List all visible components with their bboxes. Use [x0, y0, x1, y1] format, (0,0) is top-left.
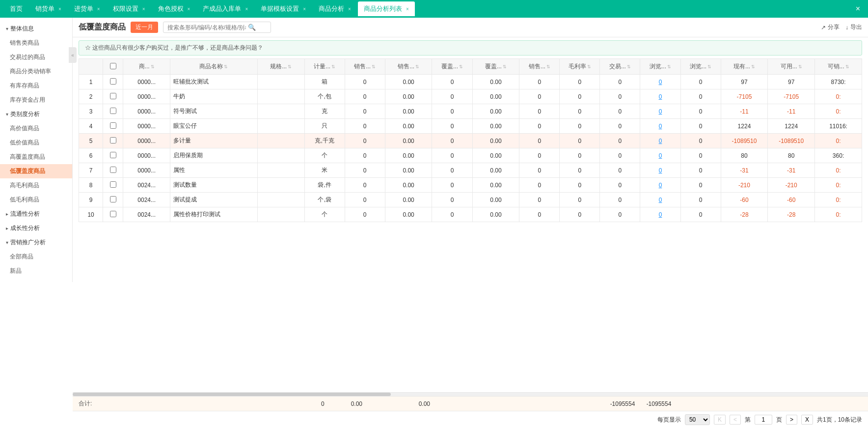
col-header-browse1[interactable]: 浏览...⇅ — [640, 59, 680, 75]
close-icon[interactable]: × — [58, 6, 61, 12]
close-icon[interactable]: × — [142, 6, 145, 12]
sidebar-item-stock-capital[interactable]: 库存资金占用 — [0, 93, 72, 107]
nav-item-sales[interactable]: 销货单 × — [29, 1, 67, 16]
row-browse1[interactable]: 0 — [640, 163, 680, 178]
col-header-coverage2[interactable]: 覆盖...⇅ — [472, 59, 519, 75]
sidebar-group-category[interactable]: ▾ 类别度分析 — [0, 107, 72, 121]
sidebar-item-traded-goods[interactable]: 交易过的商品 — [0, 50, 72, 64]
per-page-select[interactable]: 50 20 100 200 — [685, 414, 710, 425]
row-checkbox[interactable] — [103, 104, 123, 119]
row-code: 0000... — [123, 119, 170, 134]
prev-page-button[interactable]: < — [730, 415, 741, 425]
col-header-spec[interactable]: 规格...⇅ — [257, 59, 304, 75]
nav-item-warehouse[interactable]: 产成品入库单 × — [197, 1, 254, 16]
row-browse1[interactable]: 0 — [640, 89, 680, 104]
row-current-stock: -31 — [721, 163, 768, 178]
row-checkbox[interactable] — [103, 193, 123, 207]
col-header-sales-amount[interactable]: 销售...⇅ — [385, 59, 432, 75]
sidebar-group-growth[interactable]: ▸ 成长性分析 — [0, 221, 72, 235]
nav-item-home[interactable]: 首页 — [4, 1, 28, 16]
sidebar-collapse-button[interactable]: « — [69, 47, 77, 63]
time-filter-button[interactable]: 近一月 — [131, 22, 158, 33]
row-checkbox[interactable] — [103, 148, 123, 163]
sidebar-item-new-goods[interactable]: 新品 — [0, 264, 72, 278]
close-icon[interactable]: × — [188, 6, 190, 12]
col-header-sales-count[interactable]: 销售...⇅ — [345, 59, 385, 75]
close-icon[interactable]: × — [245, 6, 248, 12]
row-checkbox[interactable] — [103, 119, 123, 134]
table-wrapper[interactable]: 商...⇅ 商品名称⇅ 规格...⇅ 计量...⇅ 销售...⇅ 销售...⇅ … — [73, 58, 868, 392]
row-checkbox[interactable] — [103, 134, 123, 148]
search-input[interactable] — [167, 24, 246, 31]
sidebar-item-high-coverage[interactable]: 高覆盖度商品 — [0, 150, 72, 164]
nav-item-purchase[interactable]: 进货单 × — [68, 1, 106, 16]
sidebar-item-all-goods[interactable]: 全部商品 — [0, 250, 72, 264]
row-transaction: 0 — [600, 119, 640, 134]
export-button[interactable]: ↓ 导出 — [845, 23, 862, 31]
row-browse1[interactable]: 0 — [640, 104, 680, 119]
row-browse1[interactable]: 0 — [640, 119, 680, 134]
col-header-saleable[interactable]: 可销...⇅ — [815, 59, 862, 75]
last-page-button[interactable]: X — [801, 415, 813, 425]
nav-item-roles[interactable]: 角色授权 × — [152, 1, 196, 16]
nav-item-analysis-list[interactable]: 商品分析列表 × — [358, 1, 415, 16]
nav-item-permissions[interactable]: 权限设置 × — [107, 1, 151, 16]
row-browse1[interactable]: 0 — [640, 75, 680, 89]
page-input[interactable] — [755, 415, 772, 425]
row-browse1[interactable]: 0 — [640, 193, 680, 207]
row-browse1[interactable]: 0 — [640, 207, 680, 222]
sidebar-item-low-coverage[interactable]: 低覆盖度商品 — [0, 164, 72, 178]
col-header-current-stock[interactable]: 现有...⇅ — [721, 59, 768, 75]
row-checkbox[interactable] — [103, 207, 123, 222]
row-checkbox[interactable] — [103, 178, 123, 193]
col-header-unit[interactable]: 计量...⇅ — [304, 59, 345, 75]
row-browse2: 0 — [680, 104, 721, 119]
next-page-button[interactable]: > — [786, 415, 797, 425]
row-browse1[interactable]: 0 — [640, 134, 680, 148]
row-unit: 米 — [304, 163, 345, 178]
row-browse1[interactable]: 0 — [640, 148, 680, 163]
col-header-sales3[interactable]: 销售...⇅ — [519, 59, 560, 75]
close-icon[interactable]: × — [348, 6, 351, 12]
row-browse2: 0 — [680, 207, 721, 222]
sidebar-item-high-value[interactable]: 高价值商品 — [0, 121, 72, 136]
row-gross-margin: 0 — [560, 119, 600, 134]
col-header-name[interactable]: 商品名称⇅ — [170, 59, 258, 75]
nav-item-analysis[interactable]: 商品分析 × — [313, 1, 357, 16]
table-scroll-bar[interactable] — [73, 392, 868, 396]
col-header-code[interactable]: 商...⇅ — [123, 59, 170, 75]
row-checkbox[interactable] — [103, 89, 123, 104]
row-no: 5 — [79, 134, 103, 148]
sidebar-item-low-margin[interactable]: 低毛利商品 — [0, 193, 72, 207]
share-button[interactable]: ↗ 分享 — [821, 23, 840, 31]
col-header-transaction[interactable]: 交易...⇅ — [600, 59, 640, 75]
col-header-browse2[interactable]: 浏览...⇅ — [680, 59, 721, 75]
close-icon[interactable]: × — [303, 6, 306, 12]
row-browse1[interactable]: 0 — [640, 178, 680, 193]
close-icon[interactable]: × — [406, 6, 409, 12]
row-checkbox[interactable] — [103, 75, 123, 89]
close-icon[interactable]: × — [97, 6, 100, 12]
table-row: 9 0024... 测试提成 个,袋 0 0.00 0 0.00 0 0 0 0… — [79, 193, 862, 207]
nav-item-template[interactable]: 单据模板设置 × — [255, 1, 312, 16]
select-all-checkbox[interactable] — [110, 63, 116, 69]
row-checkbox[interactable] — [103, 163, 123, 178]
sidebar-group-marketing[interactable]: ▾ 营销推广分析 — [0, 235, 72, 250]
row-sales3: 0 — [519, 89, 560, 104]
search-icon: 🔍 — [248, 24, 256, 31]
col-header-coverage1[interactable]: 覆盖...⇅ — [432, 59, 472, 75]
row-saleable: 0: — [815, 89, 862, 104]
sidebar-item-category-rate[interactable]: 商品分类动销率 — [0, 64, 72, 79]
col-header-gross-margin[interactable]: 毛利率⇅ — [560, 59, 600, 75]
sidebar-item-high-margin[interactable]: 高毛利商品 — [0, 178, 72, 193]
sidebar-item-in-stock[interactable]: 有库存商品 — [0, 79, 72, 93]
sidebar-group-overall[interactable]: ▾ 整体信息 — [0, 22, 72, 36]
col-header-checkbox[interactable] — [103, 59, 123, 75]
sidebar-group-circulation[interactable]: ▸ 流通性分析 — [0, 207, 72, 221]
col-header-available[interactable]: 可用...⇅ — [768, 59, 815, 75]
sidebar-item-sales-goods[interactable]: 销售类商品 — [0, 36, 72, 50]
first-page-button[interactable]: K — [714, 415, 726, 425]
sidebar-item-low-value[interactable]: 低价值商品 — [0, 136, 72, 150]
close-all-button[interactable]: × — [852, 4, 864, 13]
search-box[interactable]: 🔍 — [163, 22, 271, 33]
